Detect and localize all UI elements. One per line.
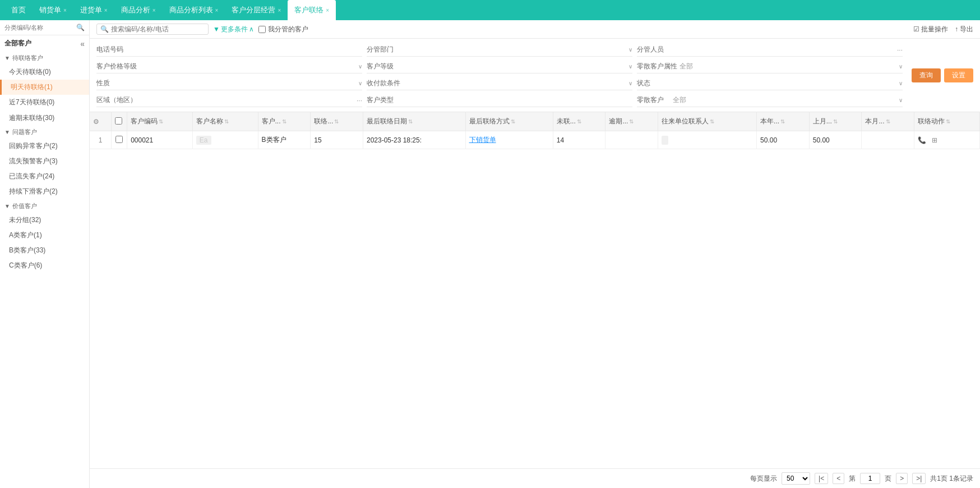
more-action-icon[interactable]: ⊞ [932, 136, 937, 144]
sidebar-item[interactable]: 持续下滑客户(2) [0, 184, 89, 199]
close-tab-icon[interactable]: × [104, 7, 108, 13]
retail-attr-field[interactable]: 零散客户属性 全部 ∨ [637, 60, 903, 73]
export-btn[interactable]: ↑ 导出 [955, 25, 973, 34]
my-customers-checkbox[interactable] [258, 26, 266, 33]
manager-label: 分管人员 [637, 45, 671, 54]
first-page-btn[interactable]: |< [815, 473, 828, 484]
per-page-select[interactable]: 50 100 [782, 472, 810, 485]
col-header-overdue[interactable]: 逾期...⇅ [605, 112, 658, 131]
main-search-input[interactable] [111, 25, 205, 33]
close-tab-icon[interactable]: × [215, 7, 219, 13]
col-header-type[interactable]: 客户...⇅ [258, 112, 311, 131]
col-header-settings[interactable]: ⚙ [90, 112, 112, 131]
close-tab-icon[interactable]: × [326, 7, 329, 13]
col-header-uncontacted[interactable]: 未联...⇅ [553, 112, 605, 131]
query-button[interactable]: 查询 [912, 68, 941, 82]
row-num: 1 [90, 131, 112, 149]
group-arrow-icon: ▼ [4, 55, 10, 61]
page-suffix: 页 [885, 474, 891, 484]
all-customers-header[interactable]: 全部客户 « [0, 35, 89, 52]
col-header-name[interactable]: 客户名称⇅ [192, 112, 258, 131]
sidebar-item[interactable]: B类客户(33) [0, 243, 89, 258]
col-header-last_contact_method[interactable]: 最后联络方式⇅ [465, 112, 553, 131]
sidebar-group-label[interactable]: ▼待联络客户 [0, 52, 89, 65]
sidebar-group-label[interactable]: ▼问题客户 [0, 126, 89, 139]
prev-page-btn[interactable]: < [833, 473, 844, 484]
nav-item-进货单[interactable]: 进货单× [73, 0, 114, 20]
close-tab-icon[interactable]: × [278, 7, 281, 13]
group-arrow-icon: ▼ [4, 129, 10, 135]
col-header-action[interactable]: 联络动作⇅ [914, 112, 980, 131]
sidebar-search-input[interactable] [4, 24, 76, 31]
customer-type-field[interactable]: 客户类型 [367, 94, 632, 107]
col-header-checkbox[interactable] [112, 112, 127, 131]
customer-grade-field[interactable]: 客户等级 ∨ [367, 60, 632, 73]
sidebar-search-box[interactable]: 🔍 [0, 20, 89, 35]
sidebar-item[interactable]: 已流失客户(24) [0, 169, 89, 184]
adv-filter-row-1: 电话号码 分管部门 ∨ 分管人员 ··· [96, 43, 903, 57]
page-input[interactable] [860, 473, 880, 484]
sidebar-item[interactable]: 逾期未联络(30) [0, 111, 89, 126]
col-header-this_month[interactable]: 本月...⇅ [862, 112, 914, 131]
sidebar-item[interactable]: 回购异常客户(2) [0, 139, 89, 154]
status-field[interactable]: 状态 ∨ [637, 77, 903, 90]
payment-field[interactable]: 收付款条件 ∨ [367, 77, 632, 90]
col-header-code[interactable]: 客户编码⇅ [127, 112, 193, 131]
col-header-this_year[interactable]: 本年...⇅ [757, 112, 810, 131]
nav-item-商品分析[interactable]: 商品分析× [114, 0, 163, 20]
nav-item-商品分析列表[interactable]: 商品分析列表× [163, 0, 225, 20]
adv-filter-row-2: 客户价格等级 ∨ 客户等级 ∨ 零散客户属性 全部 ∨ [96, 60, 903, 73]
chevron-up-icon: ∧ [249, 25, 254, 33]
region-field[interactable]: 区域（地区） ··· [96, 94, 362, 107]
close-tab-icon[interactable]: × [63, 7, 67, 13]
col-header-last_month[interactable]: 上月...⇅ [809, 112, 862, 131]
sidebar-item[interactable]: 今天待联络(0) [0, 65, 89, 80]
col-header-unit_contact[interactable]: 往来单位联系人⇅ [658, 112, 757, 131]
contact-count: 15 [311, 131, 363, 149]
last-contact-method: 下销货单 [465, 131, 553, 149]
manager-field[interactable]: 分管人员 ··· [637, 43, 903, 57]
dept-field[interactable]: 分管部门 ∨ [367, 43, 632, 57]
sort-icon: ⇅ [334, 118, 339, 125]
sidebar-item[interactable]: 流失预警客户(3) [0, 154, 89, 169]
setting-button[interactable]: 设置 [944, 68, 973, 82]
nav-item-首页[interactable]: 首页 [4, 0, 33, 20]
row-checkbox[interactable] [115, 136, 123, 143]
next-page-btn[interactable]: > [896, 473, 908, 484]
overdue-days [605, 131, 658, 149]
retail-attr-label: 零散客户属性 [637, 62, 677, 71]
last-page-btn[interactable]: >| [912, 473, 926, 484]
retail-customer-field[interactable]: 零散客户 全部 ∨ [637, 94, 903, 107]
status-dropdown-icon: ∨ [899, 80, 903, 86]
sidebar: 🔍 全部客户 « ▼待联络客户今天待联络(0)明天待联络(1)近7天待联络(0)… [0, 20, 90, 488]
retail-customer-dropdown-icon: ∨ [899, 97, 903, 103]
sidebar-item[interactable]: 明天待联络(1) [0, 80, 89, 95]
phone-action-icon[interactable]: 📞 [918, 136, 926, 144]
unit-contact-value [662, 136, 668, 145]
sidebar-item[interactable]: A类客户(1) [0, 228, 89, 243]
phone-field[interactable]: 电话号码 [96, 43, 362, 57]
retail-customer-label: 零散客户 [637, 95, 671, 105]
nature-field[interactable]: 性质 ∨ [96, 77, 362, 90]
settings-icon[interactable]: ⚙ [93, 118, 99, 126]
nav-item-销货单[interactable]: 销货单× [33, 0, 73, 20]
nav-item-客户分层经营[interactable]: 客户分层经营× [225, 0, 288, 20]
sort-icon: ⇅ [224, 118, 229, 125]
main-search-box[interactable]: 🔍 [96, 24, 209, 35]
col-header-contact_count[interactable]: 联络...⇅ [311, 112, 363, 131]
adv-filter-actions: 查询 设置 [912, 43, 973, 107]
sidebar-group-label[interactable]: ▼价值客户 [0, 200, 89, 213]
sidebar-item[interactable]: C类客户(6) [0, 258, 89, 273]
sidebar-item[interactable]: 未分组(32) [0, 213, 89, 228]
price-grade-field[interactable]: 客户价格等级 ∨ [96, 60, 362, 73]
sidebar-item[interactable]: 近7天待联络(0) [0, 95, 89, 110]
select-all-checkbox[interactable] [115, 117, 122, 125]
close-tab-icon[interactable]: × [152, 7, 156, 13]
total-info: 共1页 1条记录 [930, 474, 973, 484]
nav-item-客户联络[interactable]: 客户联络× [288, 0, 336, 20]
more-conditions-btn[interactable]: ▼ 更多条件 ∧ [213, 25, 254, 34]
main-layout: 🔍 全部客户 « ▼待联络客户今天待联络(0)明天待联络(1)近7天待联络(0)… [0, 20, 980, 488]
col-header-last_contact_date[interactable]: 最后联络日期⇅ [363, 112, 465, 131]
batch-op-btn[interactable]: ☑ 批量操作 [913, 25, 948, 34]
contact-method-link[interactable]: 下销货单 [469, 136, 496, 144]
